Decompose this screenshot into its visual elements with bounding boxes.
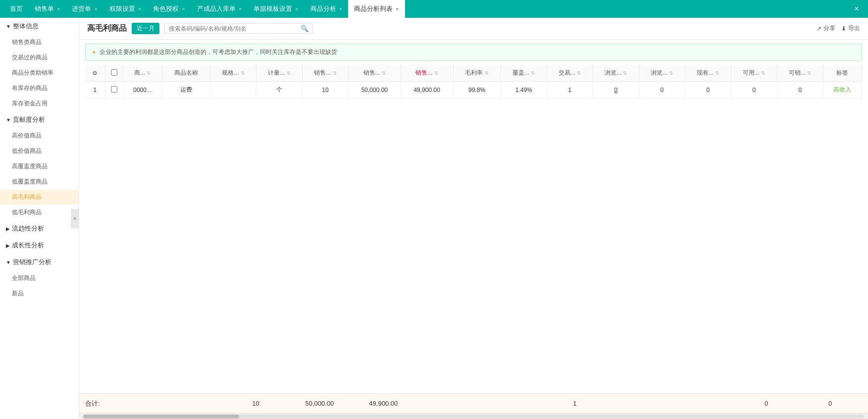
nav-item-finished-goods[interactable]: 产成品入库单 × <box>191 0 248 18</box>
sort-icon: ⇅ <box>761 70 765 76</box>
sidebar-group-flow[interactable]: ▶ 流趋性分析 <box>0 220 79 237</box>
sidebar-item-high-margin[interactable]: 高毛利商品 <box>0 189 79 205</box>
nav-label-permissions: 权限设置 <box>109 4 135 13</box>
row-checkbox[interactable] <box>111 86 117 93</box>
close-icon[interactable]: × <box>94 6 97 12</box>
sidebar-group-marketing[interactable]: ▼ 营销推广分析 <box>0 254 79 271</box>
cell-name: 运费 <box>162 82 210 98</box>
col-available-stock[interactable]: 可用... ⇅ <box>731 65 777 82</box>
search-input[interactable] <box>169 25 301 32</box>
nav-label-template: 单据模板设置 <box>254 4 292 13</box>
col-browse2[interactable]: 浏览... ⇅ <box>639 65 685 82</box>
period-button[interactable]: 近一月 <box>132 23 159 34</box>
horizontal-scrollbar[interactable] <box>79 413 868 419</box>
close-icon[interactable]: × <box>57 6 60 12</box>
arrow-icon: ▼ <box>6 117 11 123</box>
nav-item-sales[interactable]: 销售单 × <box>29 0 66 18</box>
sidebar-item-stock-capital[interactable]: 库存资金占用 <box>0 96 79 111</box>
info-icon: ✦ <box>92 49 97 56</box>
col-unit[interactable]: 计量... ⇅ <box>256 65 302 82</box>
cell-gross-margin: 99.8% <box>453 82 501 98</box>
sidebar-item-category-rate[interactable]: 商品分类助销率 <box>0 65 79 81</box>
nav-item-roles[interactable]: 角色授权 × <box>147 0 191 18</box>
scroll-track[interactable] <box>83 415 864 419</box>
col-sales-amount[interactable]: 销售... ⇅ <box>348 65 401 82</box>
content-header: 高毛利商品 近一月 🔍 ↗ 分享 ⬇ 导出 <box>79 18 868 40</box>
nav-label-finished-goods: 产成品入库单 <box>197 4 236 13</box>
table-container: ⚙ 商... ⇅ 商品名称 规格... ⇅ 计量... ⇅ 销售... ⇅ 销售… <box>79 65 868 393</box>
export-icon: ⬇ <box>841 25 846 32</box>
main-layout: ▼ 整体信息 销售类商品 交易过的商品 商品分类助销率 有库存的商品 库存资金占… <box>0 18 868 419</box>
sidebar-group-overall[interactable]: ▼ 整体信息 <box>0 18 79 35</box>
cell-browse1[interactable]: 0 <box>593 82 639 98</box>
sort-icon: ⇅ <box>485 70 489 76</box>
col-settings[interactable]: ⚙ <box>85 65 105 82</box>
cell-available-stock: 0 <box>731 82 777 98</box>
close-icon[interactable]: × <box>339 6 342 12</box>
share-button[interactable]: ↗ 分享 <box>817 24 835 33</box>
col-transactions[interactable]: 交易... ⇅ <box>547 65 593 82</box>
col-spec[interactable]: 规格... ⇅ <box>210 65 256 82</box>
nav-item-home[interactable]: 首页 <box>4 0 29 18</box>
sidebar-group-label-growth: 成长性分析 <box>12 241 44 250</box>
sidebar-collapse-button[interactable]: « <box>71 209 79 229</box>
page-title: 高毛利商品 <box>87 23 127 34</box>
close-icon[interactable]: × <box>295 6 298 12</box>
sidebar-item-stock-goods[interactable]: 有库存的商品 <box>0 81 79 96</box>
browse1-link[interactable]: 0 <box>614 87 617 93</box>
top-navigation: 首页 销售单 × 进货单 × 权限设置 × 角色授权 × 产成品入库单 × 单据… <box>0 0 868 18</box>
sidebar-item-sales-goods[interactable]: 销售类商品 <box>0 35 79 50</box>
sidebar-group-contribution[interactable]: ▼ 贡献度分析 <box>0 111 79 128</box>
col-tag: 标签 <box>823 65 862 82</box>
close-icon[interactable]: × <box>396 6 399 12</box>
sort-icon: ⇅ <box>287 70 291 76</box>
col-current-stock[interactable]: 现有... ⇅ <box>685 65 731 82</box>
col-checkbox <box>105 65 123 82</box>
sidebar-group-growth[interactable]: ▶ 成长性分析 <box>0 237 79 254</box>
sort-icon: ⇅ <box>241 70 245 76</box>
footer-sales-profit: 49,900.00 <box>352 400 415 407</box>
footer-empty2 <box>479 400 543 407</box>
select-all-checkbox[interactable] <box>111 69 117 76</box>
col-sales-qty[interactable]: 销售... ⇅ <box>302 65 348 82</box>
footer-current-stock: 0 <box>734 400 798 407</box>
scroll-thumb[interactable] <box>83 415 239 419</box>
col-coverage[interactable]: 覆盖... ⇅ <box>501 65 547 82</box>
arrow-icon: ▼ <box>6 24 11 29</box>
arrow-icon: ▶ <box>6 226 10 232</box>
nav-label-sales: 销售单 <box>35 4 54 13</box>
sidebar-item-low-coverage[interactable]: 低覆盖度商品 <box>0 174 79 189</box>
sidebar-item-new-goods[interactable]: 新品 <box>0 286 79 301</box>
sidebar-item-all-goods[interactable]: 全部商品 <box>0 271 79 286</box>
export-button[interactable]: ⬇ 导出 <box>841 24 860 33</box>
nav-item-template[interactable]: 单据模板设置 × <box>248 0 304 18</box>
col-code[interactable]: 商... ⇅ <box>123 65 162 82</box>
col-sales-profit[interactable]: 销售... ⇅ <box>401 65 453 82</box>
data-table: ⚙ 商... ⇅ 商品名称 规格... ⇅ 计量... ⇅ 销售... ⇅ 销售… <box>85 65 862 98</box>
sidebar-item-high-coverage[interactable]: 高覆盖度商品 <box>0 159 79 174</box>
close-icon[interactable]: × <box>182 6 185 12</box>
nav-item-permissions[interactable]: 权限设置 × <box>103 0 147 18</box>
sort-icon: ⇅ <box>531 70 535 76</box>
col-browse1[interactable]: 浏览... ⇅ <box>593 65 639 82</box>
col-name[interactable]: 商品名称 <box>162 65 210 82</box>
search-icon[interactable]: 🔍 <box>301 25 308 32</box>
nav-item-purchase[interactable]: 进货单 × <box>66 0 103 18</box>
cell-sales-amount: 50,000.00 <box>348 82 401 98</box>
sidebar-item-low-margin[interactable]: 低毛利商品 <box>0 205 79 220</box>
info-text: 企业的主要的利润都是这部分商品创造的，可考虑加大推广，同时关注库存是不要出现缺货 <box>100 48 337 56</box>
close-icon[interactable]: × <box>239 6 242 12</box>
window-close-button[interactable]: × <box>849 0 864 18</box>
col-gross-margin[interactable]: 毛利率 ⇅ <box>453 65 501 82</box>
footer-available-stock: 0 <box>798 400 862 407</box>
tag-badge: 高收入 <box>833 86 851 93</box>
cell-transactions: 1 <box>547 82 593 98</box>
nav-item-analysis-list[interactable]: 商品分析列表 × <box>348 0 405 18</box>
col-sellable-stock[interactable]: 可销... ⇅ <box>777 65 823 82</box>
sidebar-item-low-value[interactable]: 低价值商品 <box>0 143 79 159</box>
close-icon[interactable]: × <box>138 6 141 12</box>
sidebar-item-traded-goods[interactable]: 交易过的商品 <box>0 50 79 65</box>
sidebar-item-high-value[interactable]: 高价值商品 <box>0 128 79 143</box>
nav-item-analysis[interactable]: 商品分析 × <box>305 0 348 18</box>
sort-icon: ⇅ <box>623 70 627 76</box>
